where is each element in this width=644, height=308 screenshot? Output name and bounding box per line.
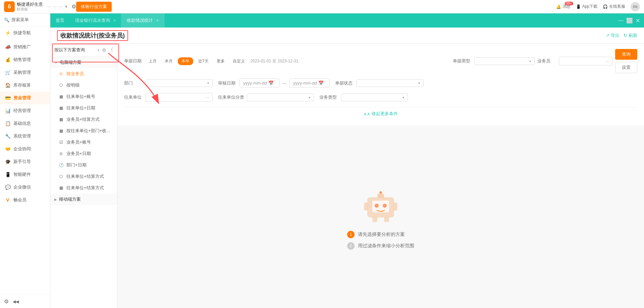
scheme-item-detail[interactable]: ⬡ 按明细	[50, 80, 117, 91]
sidebar-collapse-icon[interactable]: ◀◀	[13, 299, 19, 304]
refresh-icon: ↻	[624, 33, 627, 38]
dropdown-arrow-nav[interactable]: ▾	[65, 4, 67, 9]
tab-home[interactable]: 首页	[50, 13, 70, 28]
review-date-from[interactable]: yyyy-mm-dd 📅	[239, 79, 280, 88]
partner-select-more[interactable]: ···	[206, 95, 209, 100]
sidebar-item-inventory[interactable]: 🏠 库存核算	[0, 79, 50, 92]
tab-receipt-close[interactable]: ×	[156, 18, 159, 23]
review-date-to[interactable]: yyyy-mm-dd 📅	[289, 79, 330, 88]
date-btn-7days[interactable]: 近7天	[195, 57, 212, 65]
scheme-settings-icon[interactable]: ⚙	[102, 47, 106, 53]
empty-step-2: 2 用过滤条件来缩小分析范围	[347, 242, 414, 250]
sidebar-item-finance[interactable]: 💳 资金管理	[0, 92, 50, 104]
refresh-label: 刷新	[629, 33, 637, 39]
sidebar-item-hardware[interactable]: 📱 智能硬件	[0, 168, 50, 181]
user-name: Rit	[633, 5, 637, 9]
sidebar-item-sales[interactable]: 💰 销售管理	[0, 53, 50, 66]
sidebar: 🔍 搜索菜单 ⚡ 快捷导航 📣 营销推广 💰 销售管理 🛒 采购管理	[0, 13, 50, 308]
partner-cat-select[interactable]: ▾	[247, 94, 314, 101]
partner-select[interactable]: ···	[146, 93, 213, 102]
scheme-item-icon: ▦	[58, 185, 64, 191]
sidebar-item-label: 营销推广	[13, 44, 31, 50]
filter-date-item: 单据日期 上月 本月 本年 近7天 更多 自定义	[124, 57, 298, 65]
corp-icon: 🤝	[5, 146, 11, 152]
scheme-item-partner-settle2[interactable]: ▦ 往来单位+结算方式	[50, 182, 117, 194]
user-avatar[interactable]: Rit	[631, 2, 640, 11]
date-quick-group: 上月 本月 本年 近7天 更多 自定义	[146, 57, 248, 65]
staff-select[interactable]: ···	[559, 57, 612, 65]
scheme-header: 按以下方案查询 + ⚙ 《	[50, 44, 117, 57]
scheme-item-dept-date[interactable]: 🕐 部门+日期	[50, 159, 117, 171]
sidebar-item-guide[interactable]: 🎓 新手引导	[0, 155, 50, 168]
tab-receipt[interactable]: 收款情况统计 ×	[121, 13, 164, 28]
svg-rect-7	[393, 202, 397, 211]
trial-button[interactable]: 体验行业方案	[76, 2, 112, 12]
query-button[interactable]: 查询	[615, 49, 637, 60]
sidebar-item-quick-nav[interactable]: ⚡ 快捷导航	[0, 27, 50, 39]
settings-button[interactable]: 设置	[615, 62, 637, 73]
sidebar-item-operation[interactable]: 📊 经营管理	[0, 104, 50, 117]
scheme-item-staff-date[interactable]: ⊙ 业务员+日期	[50, 148, 117, 159]
scheme-item-partner-date[interactable]: ▦ 往来单位+日期	[50, 102, 117, 114]
app-download-label: App下载	[582, 4, 597, 9]
scheme-collapse-icon[interactable]: 《	[108, 47, 113, 53]
sidebar-settings-icon[interactable]: ⚙	[4, 298, 9, 305]
sidebar-item-label: 智能硬件	[13, 171, 31, 177]
biz-type-select[interactable]: ▾	[341, 94, 408, 101]
partner-cat-arrow: ▾	[309, 96, 310, 99]
minimize-icon[interactable]: —	[618, 17, 624, 23]
refresh-btn[interactable]: ↻ 刷新	[624, 33, 637, 39]
doc-status-select[interactable]: ▾	[357, 79, 424, 87]
type-select-arrow: ▾	[529, 59, 531, 63]
purchase-icon: 🛒	[5, 69, 11, 75]
app-download-btn[interactable]: 📱 App下载	[576, 4, 597, 9]
date-btn-this-year[interactable]: 本年	[178, 57, 193, 65]
scheme-item-icon: ⬡	[58, 174, 64, 179]
scheme-group-mobile: ▶ 移动端方案	[50, 194, 117, 205]
scheme-add-icon[interactable]: +	[97, 47, 100, 53]
sidebar-item-corp[interactable]: 🤝 企业协同	[0, 143, 50, 155]
sidebar-item-wechat[interactable]: 💬 企业微信	[0, 181, 50, 194]
scheme-item-staff[interactable]: ⊙ 按业务员	[50, 68, 117, 80]
dept-select[interactable]: ▾	[146, 79, 213, 87]
search-menu-btn[interactable]: 🔍 搜索菜单	[0, 13, 50, 27]
sidebar-item-purchase[interactable]: 🛒 采购管理	[0, 66, 50, 79]
sidebar-item-marketing[interactable]: 📣 营销推广	[0, 41, 50, 53]
date-btn-more[interactable]: 更多	[214, 57, 228, 65]
close-icon[interactable]: ✕	[636, 17, 640, 24]
export-btn[interactable]: ↗ 导出	[606, 33, 620, 39]
scheme-item-icon: ☑	[58, 140, 64, 145]
staff-select-more[interactable]: ···	[605, 59, 609, 63]
tab-bank-close[interactable]: ×	[113, 18, 116, 23]
collapse-bar[interactable]: ∧∧ 收起更多条件	[124, 107, 637, 120]
scheme-item-partner-settle1[interactable]: ⬡ 往来单位+结算方式	[50, 171, 117, 182]
svg-rect-6	[364, 202, 368, 211]
scheme-group-mobile-header[interactable]: ▶ 移动端方案	[50, 194, 117, 205]
scheme-item-staff-settle[interactable]: ▦ 业务员+结算方式	[50, 114, 117, 125]
quick-nav-label: 快捷导航	[13, 30, 31, 36]
scheme-item-partner-dept[interactable]: ▦ 按往来单位+部门+收...	[50, 125, 117, 137]
filter-type-item: 单据类型 ▾	[453, 57, 535, 65]
online-service-btn[interactable]: 🎧 在线客服	[603, 4, 625, 9]
notification-btn[interactable]: 🔔 99+ 消息	[556, 4, 571, 9]
settings-icon[interactable]: ⚙	[71, 3, 76, 10]
filter-review-date-item: 审核日期 yyyy-mm-dd 📅 — yyyy-mm-dd 📅	[218, 79, 330, 88]
scheme-item-staff-account[interactable]: ☑ 业务员+账号	[50, 137, 117, 148]
date-btn-this-month[interactable]: 本月	[162, 57, 176, 65]
svg-point-5	[379, 191, 382, 194]
sidebar-item-member[interactable]: V 畅会员	[0, 194, 50, 206]
scheme-item-partner-account[interactable]: ▦ 往来单位+账号	[50, 91, 117, 102]
staff-label: 业务员	[537, 58, 556, 64]
sidebar-item-base[interactable]: 📋 基础信息	[0, 117, 50, 130]
breadcrumb-item: — — —	[47, 4, 62, 9]
filter-staff-item: 业务员 ···	[537, 57, 612, 65]
tab-bank[interactable]: 现金银行流水查询 ×	[70, 13, 121, 28]
type-select[interactable]: ▾	[474, 57, 535, 65]
review-date-sep: —	[282, 81, 287, 86]
sidebar-item-system[interactable]: 🔧 系统管理	[0, 130, 50, 143]
maximize-icon[interactable]: ⬜	[626, 17, 633, 24]
sidebar-item-label: 基础信息	[13, 120, 31, 126]
date-btn-last-month[interactable]: 上月	[146, 57, 160, 65]
scheme-group-pc-header[interactable]: ▼ 电脑端方案	[50, 57, 117, 68]
date-btn-custom[interactable]: 自定义	[230, 57, 248, 65]
